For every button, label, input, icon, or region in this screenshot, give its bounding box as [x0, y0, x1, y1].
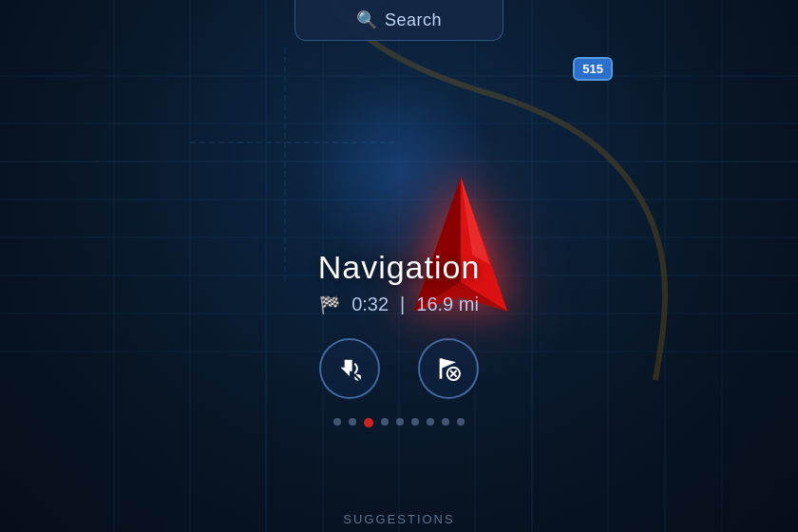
stats-separator: |: [400, 294, 405, 315]
suggestions-label: SUGGESTIONS: [0, 512, 798, 532]
highway-number: 515: [582, 62, 603, 76]
action-buttons-group: [0, 338, 798, 399]
page-dots: [0, 418, 798, 428]
suggestions-text: SUGGESTIONS: [343, 512, 454, 526]
dot-0[interactable]: [333, 418, 341, 426]
nav-time: 0:32: [352, 294, 389, 315]
search-label: Search: [385, 10, 442, 30]
audio-icon: [334, 353, 365, 384]
navigation-arrow-container: [314, 76, 484, 266]
search-icon: 🔍: [356, 10, 377, 30]
dot-2-active[interactable]: [364, 418, 373, 428]
dot-5[interactable]: [411, 418, 419, 426]
dot-8[interactable]: [457, 418, 465, 426]
dot-4[interactable]: [396, 418, 404, 426]
highway-badge: 515: [573, 57, 613, 81]
dot-6[interactable]: [427, 418, 434, 426]
navigation-stats: 🏁 0:32 | 16.9 mi: [0, 294, 798, 315]
dot-3[interactable]: [381, 418, 389, 426]
flag-icon: 🏁: [319, 294, 340, 315]
cancel-route-icon: [433, 353, 464, 384]
cancel-route-button[interactable]: [418, 338, 479, 399]
audio-navigation-button[interactable]: [319, 338, 380, 399]
search-bar[interactable]: 🔍 Search: [294, 0, 504, 41]
dot-1[interactable]: [349, 418, 356, 426]
navigation-info-section: Navigation 🏁 0:32 | 16.9 mi: [0, 249, 798, 437]
navigation-title: Navigation: [0, 249, 798, 286]
nav-distance: 16.9 mi: [416, 294, 479, 315]
dot-7[interactable]: [442, 418, 449, 426]
